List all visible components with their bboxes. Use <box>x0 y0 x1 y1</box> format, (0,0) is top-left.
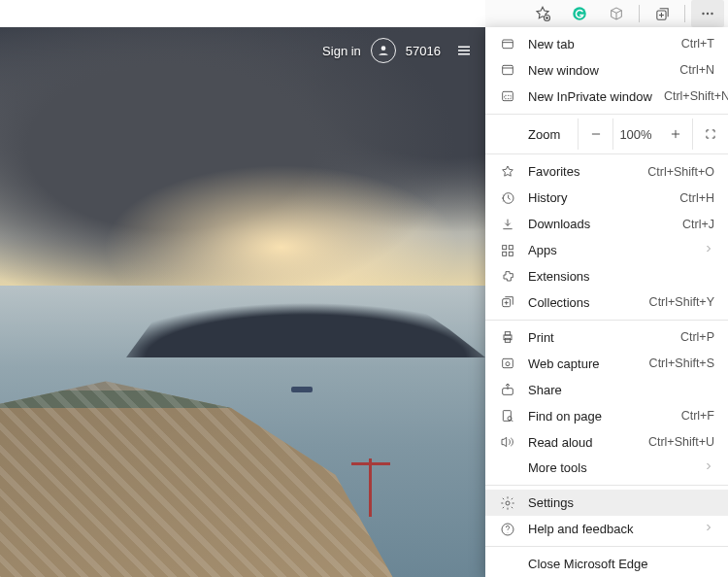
menu-item-shortcut: Ctrl+T <box>681 37 714 51</box>
toolbar-separator-2 <box>684 5 685 22</box>
read-aloud-icon <box>499 433 516 451</box>
menu-item-label: Share <box>528 383 714 397</box>
svg-rect-37 <box>503 411 511 422</box>
rewards-count[interactable]: 57016 <box>406 44 441 58</box>
svg-rect-24 <box>503 245 507 249</box>
chevron-right-icon <box>703 522 714 536</box>
menu-separator <box>485 320 728 321</box>
menu-item-shortcut: Ctrl+Shift+Y <box>649 295 714 309</box>
menu-item-shortcut: Ctrl+H <box>679 191 714 205</box>
menu-item-shortcut: Ctrl+Shift+S <box>649 356 714 370</box>
svg-point-13 <box>711 13 712 15</box>
zoom-in-button[interactable] <box>658 119 693 151</box>
collections-button[interactable] <box>645 0 678 27</box>
menu-item-label: Read aloud <box>528 435 637 450</box>
menu-downloads[interactable]: Downloads Ctrl+J <box>485 211 728 237</box>
toolbar-separator <box>639 5 640 22</box>
menu-print[interactable]: Print Ctrl+P <box>485 324 728 351</box>
share-icon <box>499 381 516 398</box>
grammarly-icon <box>571 5 588 22</box>
svg-rect-19 <box>505 96 512 99</box>
menu-help[interactable]: Help and feedback <box>485 516 728 542</box>
menu-item-label: Downloads <box>528 217 671 231</box>
menu-web-capture[interactable]: Web capture Ctrl+Shift+S <box>485 351 728 377</box>
extension-button-2[interactable] <box>600 0 633 27</box>
menu-item-label: Close Microsoft Edge <box>528 557 714 571</box>
menu-separator <box>485 114 728 115</box>
menu-item-label: Extensions <box>528 269 714 284</box>
print-icon <box>499 328 516 346</box>
menu-item-label: History <box>528 190 668 205</box>
menu-item-label: Find on page <box>528 409 670 424</box>
menu-new-tab[interactable]: New tab Ctrl+T <box>485 31 728 57</box>
menu-favorites[interactable]: Favorites Ctrl+Shift+O <box>485 158 728 185</box>
menu-item-label: Collections <box>528 295 638 310</box>
menu-item-shortcut: Ctrl+Shift+U <box>648 435 714 449</box>
menu-item-shortcut: Ctrl+J <box>682 218 714 231</box>
menu-new-window[interactable]: New window Ctrl+N <box>485 57 728 84</box>
menu-item-label: More tools <box>528 460 691 475</box>
add-favorite-button[interactable] <box>526 0 559 27</box>
menu-collections[interactable]: Collections Ctrl+Shift+Y <box>485 289 728 316</box>
zoom-value: 100% <box>613 119 658 151</box>
menu-item-label: Web capture <box>528 356 638 371</box>
zoom-label: Zoom <box>485 119 579 151</box>
menu-item-shortcut: Ctrl+Shift+O <box>647 165 714 179</box>
svg-point-11 <box>702 13 704 15</box>
menu-item-label: New InPrivate window <box>528 89 652 104</box>
svg-rect-33 <box>505 339 510 343</box>
svg-rect-32 <box>505 332 510 335</box>
menu-extensions[interactable]: Extensions <box>485 263 728 289</box>
fullscreen-button[interactable] <box>693 119 728 151</box>
browser-menu: New tab Ctrl+T New window Ctrl+N New InP… <box>485 27 728 577</box>
menu-item-shortcut: Ctrl+Shift+N <box>664 89 728 103</box>
svg-point-0 <box>381 46 386 51</box>
extensions-icon <box>499 268 516 286</box>
svg-rect-14 <box>503 40 513 49</box>
star-add-icon <box>534 5 551 22</box>
svg-point-35 <box>506 362 510 366</box>
collections-icon <box>654 6 671 22</box>
new-tab-icon <box>499 35 516 52</box>
svg-rect-34 <box>503 359 513 368</box>
menu-more-tools[interactable]: More tools <box>485 456 728 482</box>
browser-toolbar <box>485 0 728 27</box>
menu-item-label: Print <box>528 330 669 345</box>
page-background-scene: Sign in 57016 <box>0 27 485 577</box>
menu-item-shortcut: Ctrl+N <box>679 63 714 77</box>
menu-close-edge[interactable]: Close Microsoft Edge <box>485 551 728 577</box>
app-root: { "header": { "sign_in": "Sign in", "rew… <box>0 0 728 577</box>
boat-art <box>291 387 313 392</box>
svg-point-12 <box>707 13 709 15</box>
menu-new-inprivate[interactable]: New InPrivate window Ctrl+Shift+N <box>485 84 728 110</box>
menu-separator <box>485 485 728 486</box>
menu-separator <box>485 153 728 154</box>
menu-item-shortcut: Ctrl+F <box>681 409 714 423</box>
menu-item-shortcut: Ctrl+P <box>680 330 714 344</box>
web-capture-icon <box>499 355 516 372</box>
menu-find-on-page[interactable]: Find on page Ctrl+F <box>485 403 728 429</box>
svg-rect-16 <box>503 66 513 75</box>
hamburger-icon <box>455 42 473 59</box>
avatar[interactable] <box>371 38 396 63</box>
svg-point-42 <box>508 532 509 533</box>
menu-item-label: New window <box>528 63 668 78</box>
blank-icon <box>499 459 516 477</box>
menu-settings[interactable]: Settings <box>485 490 728 516</box>
cube-icon <box>609 6 624 21</box>
settings-and-more-button[interactable] <box>691 0 724 27</box>
menu-apps[interactable]: Apps <box>485 237 728 263</box>
menu-zoom-row: Zoom 100% <box>485 119 728 151</box>
sign-in-link[interactable]: Sign in <box>322 44 361 58</box>
help-icon <box>499 521 516 538</box>
page-menu-button[interactable] <box>450 37 478 64</box>
zoom-out-button[interactable] <box>579 119 613 151</box>
menu-item-label: Help and feedback <box>528 522 691 536</box>
menu-read-aloud[interactable]: Read aloud Ctrl+Shift+U <box>485 429 728 456</box>
grammarly-extension-button[interactable] <box>563 0 596 27</box>
blank-icon <box>499 556 516 573</box>
history-icon <box>499 189 516 207</box>
menu-history[interactable]: History Ctrl+H <box>485 185 728 211</box>
menu-share[interactable]: Share <box>485 377 728 403</box>
chevron-right-icon <box>703 460 714 475</box>
